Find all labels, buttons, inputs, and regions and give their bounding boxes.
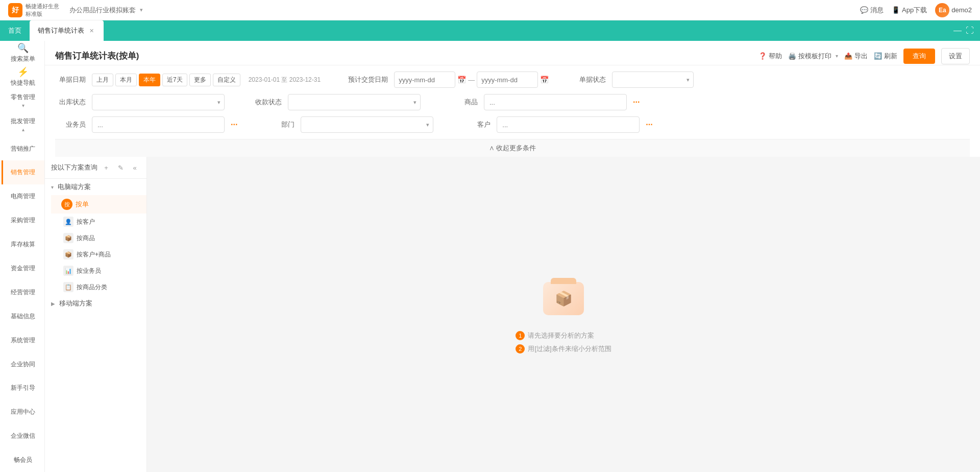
- shortcut-more[interactable]: 更多: [189, 74, 211, 86]
- salesperson-more-icon[interactable]: ···: [231, 120, 237, 129]
- logo-icon: 好: [8, 3, 22, 17]
- sidebar-item-wholesale-mgmt[interactable]: 批发管理 ▴: [0, 113, 44, 137]
- shortcut-this-year[interactable]: 本年: [139, 74, 160, 86]
- sidebar-item-retail-mgmt[interactable]: 零售管理 ▾: [0, 89, 44, 113]
- date-label: 单据日期: [55, 75, 86, 84]
- left-panel-actions: + ✎ «: [101, 162, 140, 173]
- refresh-button[interactable]: 🔄 刷新: [874, 52, 897, 61]
- sidebar-item-basic-info[interactable]: 基础信息: [0, 304, 44, 328]
- export-button[interactable]: 📤 导出: [844, 52, 868, 61]
- sidebar-item-member[interactable]: 畅会员: [0, 448, 44, 472]
- calendar-icon-to[interactable]: 📅: [540, 76, 549, 84]
- tree-item-by-order[interactable]: 按 按单: [51, 195, 146, 214]
- salesperson-input[interactable]: [92, 116, 225, 133]
- filter-section: 单据日期 上月 本月 本年 近7天 更多 自定义 2023-01-01 至 20…: [45, 65, 980, 157]
- sidebar-item-sys-mgmt[interactable]: 系统管理: [0, 328, 44, 352]
- edit-scheme-icon[interactable]: ✎: [115, 162, 126, 173]
- collapse-scheme-icon[interactable]: «: [129, 162, 140, 173]
- page-header: 销售订单统计表(按单) ❓ 帮助 🖨️ 按模板打印 ▾ 📤 导出 🔄 刷新: [45, 41, 980, 65]
- shortcut-last-month[interactable]: 上月: [92, 74, 113, 86]
- collapse-bar[interactable]: ∧ 收起更多条件: [55, 139, 970, 157]
- sidebar-item-search-menu[interactable]: 🔍 搜索菜单: [0, 41, 44, 65]
- expected-date-range: 📅 — 📅: [394, 72, 549, 88]
- sidebar-item-finance[interactable]: 资金管理: [0, 256, 44, 280]
- shortcut-this-month[interactable]: 本月: [115, 74, 137, 86]
- sidebar-item-purchase-mgmt[interactable]: 采购管理: [0, 208, 44, 232]
- page-title: 销售订单统计表(按单): [55, 50, 139, 62]
- tree-item-by-category[interactable]: 📋 按商品分类: [51, 279, 146, 295]
- message-button[interactable]: 💬 消息: [860, 6, 884, 15]
- empty-state: 📦 1 请先选择要分析的方案 2 用[过滤]条件来缩小分析范围: [147, 157, 980, 472]
- shipment-select[interactable]: [92, 94, 225, 110]
- shortcut-7days[interactable]: 近7天: [162, 74, 187, 86]
- sidebar-item-sales-mgmt[interactable]: 销售管理: [0, 160, 44, 184]
- title-dropdown-arrow[interactable]: ▾: [140, 7, 143, 13]
- sidebar-item-operations[interactable]: 经营管理: [0, 280, 44, 304]
- sidebar-item-new-guide[interactable]: 新手引导: [0, 376, 44, 400]
- template-print-button[interactable]: 🖨️ 按模板打印 ▾: [788, 52, 838, 61]
- logo-text: 畅捷通好生意 标准版: [26, 3, 59, 17]
- sidebar-item-quick-nav[interactable]: ⚡ 快捷导航: [0, 65, 44, 89]
- user-profile[interactable]: Ea demo2: [935, 3, 972, 17]
- tree-item-by-goods[interactable]: 📦 按商品: [51, 230, 146, 246]
- customer-input[interactable]: [497, 116, 640, 133]
- tab-bar-actions: — ⛶: [953, 26, 980, 35]
- tab-home[interactable]: 首页: [0, 20, 30, 41]
- top-bar-right: 💬 消息 📱 App下载 Ea demo2: [860, 3, 972, 17]
- dept-select[interactable]: [301, 116, 433, 133]
- receipt-select[interactable]: [288, 94, 421, 110]
- main-layout: 🔍 搜索菜单 ⚡ 快捷导航 零售管理 ▾ 批发管理 ▴ 营销推广 销售管理 电商…: [0, 41, 980, 472]
- tree-item-by-customer-goods[interactable]: 📦 按客户+商品: [51, 246, 146, 263]
- export-icon: 📤: [844, 52, 852, 60]
- tab-sales-order-stats[interactable]: 销售订单统计表 ✕: [30, 20, 104, 41]
- tab-close-icon[interactable]: ✕: [87, 27, 95, 35]
- goods-more-icon[interactable]: ···: [633, 98, 640, 107]
- tree-item-by-salesperson[interactable]: 📊 按业务员: [51, 263, 146, 279]
- inner-layout: 按以下方案查询 + ✎ « ▾ 电脑端方案 按 按单: [45, 157, 980, 472]
- calendar-icon-from[interactable]: 📅: [457, 76, 466, 84]
- left-panel-title: 按以下方案查询: [51, 163, 97, 172]
- top-bar-left: 好 畅捷通好生意 标准版 办公用品行业模拟账套 ▾: [8, 3, 143, 17]
- page-header-actions: ❓ 帮助 🖨️ 按模板打印 ▾ 📤 导出 🔄 刷新 查询 设置: [758, 48, 970, 64]
- help-icon: ❓: [758, 52, 767, 60]
- wholesale-arrow-icon: ▴: [22, 127, 24, 132]
- receipt-label: 收款状态: [251, 98, 282, 107]
- tab-minimize-icon[interactable]: —: [953, 26, 962, 35]
- sidebar-item-app-center[interactable]: 应用中心: [0, 400, 44, 424]
- status-label: 单据状态: [575, 75, 606, 84]
- help-button[interactable]: ❓ 帮助: [758, 52, 782, 61]
- dept-select-wrapper: ▾: [301, 116, 433, 133]
- content-area: 销售订单统计表(按单) ❓ 帮助 🖨️ 按模板打印 ▾ 📤 导出 🔄 刷新: [45, 41, 980, 472]
- sidebar-item-marketing[interactable]: 营销推广: [0, 137, 44, 161]
- empty-state-image: 📦: [538, 272, 589, 323]
- tree-item-by-customer[interactable]: 👤 按客户: [51, 214, 146, 230]
- goods-input[interactable]: [484, 94, 627, 110]
- sidebar-item-ecom-mgmt[interactable]: 电商管理: [0, 184, 44, 208]
- print-icon: 🖨️: [788, 52, 796, 60]
- right-content: 📦 1 请先选择要分析的方案 2 用[过滤]条件来缩小分析范围: [147, 157, 980, 472]
- sidebar-item-corp-collab[interactable]: 企业协同: [0, 352, 44, 376]
- tab-expand-icon[interactable]: ⛶: [966, 26, 974, 35]
- customer-more-icon[interactable]: ···: [646, 120, 652, 129]
- section-desktop[interactable]: ▾ 电脑端方案: [45, 179, 146, 195]
- customer-label: 客户: [460, 120, 491, 129]
- print-dropdown-arrow: ▾: [836, 53, 838, 59]
- status-select-wrapper: ▾: [612, 72, 694, 88]
- by-order-icon: 按: [61, 199, 72, 210]
- shortcut-custom[interactable]: 自定义: [213, 74, 240, 86]
- status-select[interactable]: [612, 72, 694, 88]
- sidebar-item-inventory[interactable]: 库存核算: [0, 232, 44, 256]
- expected-date-to[interactable]: [477, 72, 538, 88]
- shipment-label: 出库状态: [55, 98, 86, 107]
- expected-date-from[interactable]: [394, 72, 455, 88]
- query-button[interactable]: 查询: [903, 49, 935, 64]
- sidebar-item-corp-wechat[interactable]: 企业微信: [0, 424, 44, 448]
- section-mobile[interactable]: ▶ 移动端方案: [45, 295, 146, 312]
- section-mobile-arrow: ▶: [51, 301, 55, 306]
- date-shortcuts: 上月 本月 本年 近7天 更多 自定义: [92, 74, 240, 86]
- settings-button[interactable]: 设置: [941, 48, 970, 64]
- app-download-button[interactable]: 📱 App下载: [892, 6, 927, 15]
- message-icon: 💬: [860, 6, 868, 14]
- logo-area: 好 畅捷通好生意 标准版: [8, 3, 59, 17]
- add-scheme-icon[interactable]: +: [101, 162, 112, 173]
